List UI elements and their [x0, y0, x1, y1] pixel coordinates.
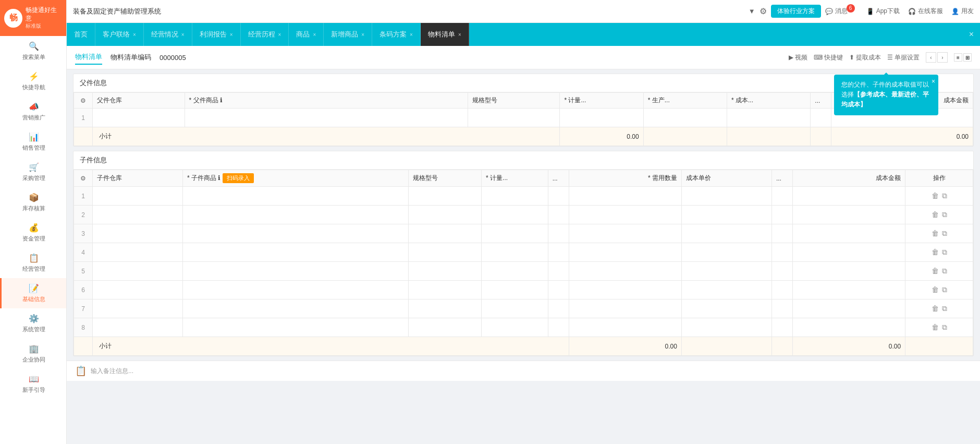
trial-tag[interactable]: 体验行业方案	[771, 5, 821, 18]
tab-customer[interactable]: 客户联络 ×	[95, 23, 144, 46]
sidebar-item-enterprise[interactable]: 🏢 企业协同	[0, 339, 66, 369]
child-goods-6[interactable]	[183, 281, 409, 299]
sidebar-item-finance[interactable]: 💰 资金管理	[0, 218, 66, 248]
child-qty-needed-6[interactable]	[569, 281, 681, 299]
extract-cost-button[interactable]: ⬆ 提取成本	[849, 53, 881, 62]
sidebar-item-purchase[interactable]: 🛒 采购管理	[0, 157, 66, 187]
child-cost-unit-7[interactable]	[681, 299, 771, 318]
child-qty-needed-2[interactable]	[569, 206, 681, 224]
tab-bom[interactable]: 物料清单 ×	[421, 23, 469, 46]
tab-goods[interactable]: 商品 ×	[289, 23, 324, 46]
child-warehouse-6[interactable]	[93, 281, 183, 299]
tab-history[interactable]: 经营历程 ×	[241, 23, 289, 46]
child-spec-7[interactable]	[408, 299, 482, 318]
grid-view-icon[interactable]: ⊞	[963, 53, 972, 62]
child-goods-5[interactable]	[183, 262, 409, 281]
tab-close-profit[interactable]: ×	[230, 32, 233, 38]
tab-close-customer[interactable]: ×	[133, 32, 136, 38]
tab-home[interactable]: 首页	[67, 23, 95, 46]
delete-icon-2[interactable]: 🗑	[932, 210, 939, 219]
delete-icon-4[interactable]: 🗑	[932, 248, 939, 257]
parent-prod-cell[interactable]	[643, 109, 727, 127]
child-spec-1[interactable]	[408, 187, 482, 206]
delete-icon-6[interactable]: 🗑	[932, 285, 939, 294]
online-service-button[interactable]: 🎧 在线客服	[908, 7, 943, 16]
sidebar-logo[interactable]: 畅 畅捷通好生意 标准版	[0, 0, 66, 36]
sidebar-item-search[interactable]: 🔍 搜索菜单	[0, 36, 66, 66]
child-qty-8[interactable]	[482, 318, 548, 337]
tab-close-barcode[interactable]: ×	[410, 32, 413, 38]
child-cost-unit-6[interactable]	[681, 281, 771, 299]
child-warehouse-8[interactable]	[93, 318, 183, 337]
delete-icon-7[interactable]: 🗑	[932, 304, 939, 313]
child-spec-2[interactable]	[408, 206, 482, 224]
copy-icon-3[interactable]: ⧉	[942, 229, 947, 238]
copy-icon-4[interactable]: ⧉	[942, 248, 947, 257]
child-qty-5[interactable]	[482, 262, 548, 281]
child-spec-8[interactable]	[408, 318, 482, 337]
child-cost-unit-2[interactable]	[681, 206, 771, 224]
child-warehouse-5[interactable]	[93, 262, 183, 281]
child-qty-2[interactable]	[482, 206, 548, 224]
tab-new-goods[interactable]: 新增商品 ×	[324, 23, 372, 46]
child-qty-1[interactable]	[482, 187, 548, 206]
child-qty-needed-8[interactable]	[569, 318, 681, 337]
child-qty-needed-7[interactable]	[569, 299, 681, 318]
app-download-button[interactable]: 📱 App下载	[866, 7, 900, 16]
tooltip-close[interactable]: ×	[932, 77, 935, 87]
child-qty-6[interactable]	[482, 281, 548, 299]
child-cost-unit-5[interactable]	[681, 262, 771, 281]
child-warehouse-1[interactable]	[93, 187, 183, 206]
tab-close-bom[interactable]: ×	[458, 32, 461, 38]
parent-qty-cell[interactable]	[560, 109, 643, 127]
sidebar-item-operations[interactable]: 📋 经营管理	[0, 248, 66, 278]
child-qty-4[interactable]	[482, 243, 548, 262]
parent-cost-cell[interactable]	[727, 109, 811, 127]
child-goods-7[interactable]	[183, 299, 409, 318]
sidebar-item-quick-nav[interactable]: ⚡ 快捷导航	[0, 66, 66, 97]
child-spec-6[interactable]	[408, 281, 482, 299]
sidebar-item-sales[interactable]: 📊 销售管理	[0, 127, 66, 157]
message-button[interactable]: 💬 消息 6	[825, 7, 858, 16]
single-settings-button[interactable]: ☰ 单据设置	[887, 53, 920, 62]
delete-icon-1[interactable]: 🗑	[932, 191, 939, 200]
delete-icon-8[interactable]: 🗑	[932, 323, 939, 332]
copy-icon-2[interactable]: ⧉	[942, 210, 947, 219]
tab-barcode[interactable]: 条码方案 ×	[372, 23, 421, 46]
child-goods-4[interactable]	[183, 243, 409, 262]
notes-placeholder[interactable]: 输入备注信息...	[91, 367, 133, 376]
sidebar-item-guide[interactable]: 📖 新手引导	[0, 369, 66, 399]
scan-button[interactable]: 扫码录入	[223, 173, 254, 183]
user-area[interactable]: 👤 用友	[951, 7, 974, 16]
prev-arrow[interactable]: ‹	[926, 52, 936, 63]
delete-icon-3[interactable]: 🗑	[932, 229, 939, 238]
shortcut-button[interactable]: ⌨ 快捷键	[814, 53, 843, 62]
child-cost-unit-1[interactable]	[681, 187, 771, 206]
child-cost-unit-8[interactable]	[681, 318, 771, 337]
copy-icon-8[interactable]: ⧉	[942, 323, 947, 332]
sidebar-item-system[interactable]: ⚙️ 系统管理	[0, 308, 66, 339]
child-warehouse-3[interactable]	[93, 224, 183, 243]
tab-close-goods[interactable]: ×	[313, 32, 316, 38]
child-warehouse-4[interactable]	[93, 243, 183, 262]
sidebar-item-marketing[interactable]: 📣 营销推广	[0, 97, 66, 127]
parent-col-settings[interactable]: ⚙	[74, 93, 93, 109]
child-warehouse-2[interactable]	[93, 206, 183, 224]
sidebar-item-basic-info[interactable]: 📝 基础信息	[0, 278, 66, 308]
gear-icon[interactable]: ⚙	[760, 6, 767, 16]
parent-spec-cell[interactable]	[468, 109, 560, 127]
dropdown-arrow-icon[interactable]: ▼	[749, 7, 755, 15]
tab-profit[interactable]: 利润报告 ×	[192, 23, 241, 46]
list-view-icon[interactable]: ≡	[954, 53, 962, 62]
delete-icon-5[interactable]: 🗑	[932, 267, 939, 275]
child-cost-unit-4[interactable]	[681, 243, 771, 262]
child-spec-5[interactable]	[408, 262, 482, 281]
next-arrow[interactable]: ›	[937, 52, 948, 63]
copy-icon-7[interactable]: ⧉	[942, 304, 947, 313]
child-qty-3[interactable]	[482, 224, 548, 243]
sidebar-item-inventory[interactable]: 📦 库存核算	[0, 187, 66, 218]
child-qty-7[interactable]	[482, 299, 548, 318]
child-qty-needed-1[interactable]	[569, 187, 681, 206]
sub-tab-bom[interactable]: 物料清单	[75, 50, 102, 65]
child-goods-2[interactable]	[183, 206, 409, 224]
